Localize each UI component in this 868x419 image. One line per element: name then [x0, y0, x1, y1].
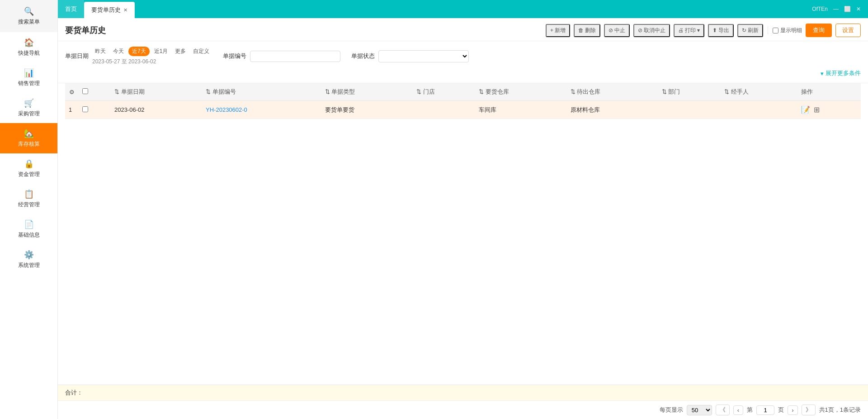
cell-order-no: YH-20230602-0 [202, 101, 321, 119]
cancel-stop-button[interactable]: ⊘ 取消中止 [633, 24, 670, 37]
topbar-right: OfTEn — ⬜ ✕ [812, 6, 868, 12]
order-no-link[interactable]: YH-20230602-0 [206, 106, 247, 113]
date-buttons: 昨天 今天 近7天 近1月 更多 自定义 [92, 47, 212, 56]
document-icon: 📄 [24, 219, 34, 229]
expand-row: ▾ 展开更多条件 [65, 69, 861, 77]
col-pending-warehouse-header[interactable]: ⇅ 待出仓库 [567, 83, 658, 101]
tab-requisition-history[interactable]: 要货单历史 ✕ [84, 2, 135, 18]
delete-button[interactable]: 🗑 删除 [574, 24, 600, 37]
settings-label: 设置 [842, 27, 854, 33]
cell-index: 1 [65, 101, 79, 119]
tab-close-icon[interactable]: ✕ [123, 7, 127, 13]
sidebar-item-inventory[interactable]: 🏡 库存核算 [0, 123, 57, 153]
date-btn-recent7[interactable]: 近7天 [128, 47, 150, 56]
date-btn-yesterday[interactable]: 昨天 [92, 47, 108, 56]
print-dropdown-icon: ▾ [697, 27, 700, 33]
sidebar-item-search-menu[interactable]: 🔍 搜索菜单 [0, 0, 57, 32]
first-page-button[interactable]: 《 [716, 405, 730, 415]
sidebar-item-system[interactable]: ⚙️ 系统管理 [0, 244, 57, 275]
data-table: ⚙ ⇅ 单据日期 ⇅ 单据编号 ⇅ [65, 83, 861, 119]
col-type-header[interactable]: ⇅ 单据类型 [321, 83, 413, 101]
sidebar-item-basic-info[interactable]: 📄 基础信息 [0, 214, 57, 244]
stop-label: 中止 [614, 27, 625, 34]
delete-label: 删除 [585, 27, 596, 34]
show-detail-checkbox[interactable]: 显示明细 [773, 27, 802, 34]
sidebar-item-label: 资金管理 [18, 171, 40, 178]
date-btn-custom[interactable]: 自定义 [190, 47, 212, 56]
house-icon: 🏡 [24, 129, 34, 138]
prev-page-button[interactable]: ‹ [733, 405, 743, 415]
pagination: 每页显示 10 20 50 100 《 ‹ 第 页 › 》 共1页，1条记录 [58, 400, 868, 419]
new-button[interactable]: + 新增 [546, 24, 570, 37]
minimize-button[interactable]: — [833, 6, 839, 12]
query-button[interactable]: 查询 [806, 24, 832, 37]
sidebar-item-operations[interactable]: 📋 经营管理 [0, 184, 57, 214]
order-no-input[interactable] [250, 51, 340, 62]
cell-action: 📝 ⊞ [797, 101, 861, 119]
show-detail-input[interactable] [773, 28, 778, 33]
sidebar-item-label: 经营管理 [18, 201, 40, 209]
stop-button[interactable]: ⊘ 中止 [604, 24, 630, 37]
settings-button[interactable]: 设置 [835, 24, 861, 37]
edit-icon[interactable]: 📝 [801, 105, 810, 114]
add-icon: + [550, 27, 553, 33]
sidebar-item-finance[interactable]: 🔒 资金管理 [0, 153, 57, 184]
current-page-input[interactable] [756, 405, 774, 415]
sidebar-item-sales[interactable]: 📊 销售管理 [0, 62, 57, 93]
lock-icon: 🔒 [24, 159, 34, 169]
page-header: 要货单历史 + 新增 🗑 删除 ⊘ 中止 ⊘ 取消中止 [58, 18, 868, 41]
page-unit-label: 页 [778, 406, 784, 414]
sidebar-item-label: 搜索菜单 [18, 18, 40, 26]
print-icon: 🖨 [678, 27, 684, 33]
settings-col-header[interactable]: ⚙ [65, 83, 79, 101]
date-btn-today[interactable]: 今天 [110, 47, 127, 56]
table-row[interactable]: 1 2023-06-02 YH-20230602-0 要货单要货 车间库 原材料… [65, 101, 861, 119]
close-window-button[interactable]: ✕ [856, 6, 861, 12]
detail-icon[interactable]: ⊞ [814, 105, 820, 114]
toolbar: + 新增 🗑 删除 ⊘ 中止 ⊘ 取消中止 🖨 打印 [546, 24, 861, 37]
row-checkbox[interactable] [82, 106, 88, 112]
print-button[interactable]: 🖨 打印 ▾ [674, 24, 704, 37]
table-area: ⚙ ⇅ 单据日期 ⇅ 单据编号 ⇅ [58, 83, 868, 385]
sidebar-item-purchase[interactable]: 🛒 采购管理 [0, 93, 57, 123]
col-req-sort-icon: ⇅ [479, 88, 484, 95]
next-page-button[interactable]: › [788, 405, 797, 415]
expand-more-btn[interactable]: ▾ 展开更多条件 [821, 69, 861, 77]
expand-down-icon: ▾ [821, 70, 824, 77]
col-pending-sort-icon: ⇅ [571, 88, 576, 95]
status-select[interactable] [378, 50, 469, 62]
refresh-button[interactable]: ↻ 刷新 [737, 24, 763, 37]
export-button[interactable]: ⬆ 导出 [708, 24, 734, 37]
total-info: 共1页，1条记录 [819, 406, 861, 414]
col-date-sort-icon: ⇅ [114, 88, 119, 95]
col-dept-sort-icon: ⇅ [662, 88, 667, 95]
sidebar-item-quick-nav[interactable]: 🏠 快捷导航 [0, 32, 57, 62]
maximize-button[interactable]: ⬜ [844, 6, 851, 12]
tab-home[interactable]: 首页 [58, 0, 84, 18]
col-action-header: 操作 [797, 83, 861, 101]
cell-checkbox[interactable] [79, 101, 111, 119]
date-btn-recent1month[interactable]: 近1月 [151, 47, 171, 56]
cell-store [413, 101, 476, 119]
page-size-select[interactable]: 10 20 50 100 [687, 405, 712, 415]
refresh-label: 刷新 [748, 27, 759, 34]
page-size-label: 每页显示 [660, 406, 683, 414]
stop-icon: ⊘ [609, 27, 613, 33]
col-store-header[interactable]: ⇅ 门店 [413, 83, 476, 101]
date-btn-more[interactable]: 更多 [172, 47, 189, 56]
last-page-button[interactable]: 》 [802, 405, 816, 415]
col-req-warehouse-header[interactable]: ⇅ 要货仓库 [475, 83, 566, 101]
sidebar: 🔍 搜索菜单 🏠 快捷导航 📊 销售管理 🛒 采购管理 🏡 库存核算 🔒 资金管… [0, 0, 58, 419]
cell-type: 要货单要货 [321, 101, 413, 119]
col-dept-header[interactable]: ⇅ 部门 [658, 83, 721, 101]
status-filter-label: 单据状态 [351, 52, 375, 60]
select-all-checkbox[interactable] [82, 88, 88, 94]
col-handler-header[interactable]: ⇅ 经手人 [721, 83, 797, 101]
export-label: 导出 [718, 27, 729, 34]
sidebar-item-label: 销售管理 [18, 80, 40, 87]
chart-icon: 📊 [24, 68, 34, 78]
col-order-no-header[interactable]: ⇅ 单据编号 [202, 83, 321, 101]
cell-req-warehouse: 车间库 [475, 101, 566, 119]
col-date-header[interactable]: ⇅ 单据日期 [111, 83, 202, 101]
sum-label: 合计： [65, 389, 83, 396]
